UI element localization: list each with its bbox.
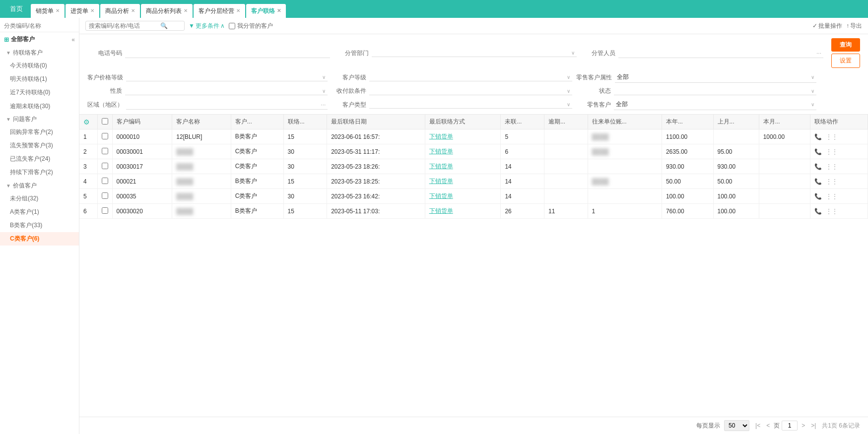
close-tab-icon[interactable]: ✕ [236, 4, 240, 18]
my-customers-filter[interactable]: 我分管的客户 [229, 22, 273, 30]
batch-op-btn[interactable]: ✓ 批量操作 [812, 22, 842, 30]
pg-last-btn[interactable]: >| [809, 421, 818, 430]
more-actions-icon[interactable]: ⋮⋮ [826, 193, 838, 200]
sidebar-group-问题客户[interactable]: ▼问题客户 [0, 113, 79, 125]
more-actions-icon[interactable]: ⋮⋮ [826, 178, 838, 185]
pg-prev-btn[interactable]: < [764, 421, 772, 430]
th-type[interactable]: 客户... [231, 115, 283, 129]
contact-icon[interactable]: 📞 [814, 148, 822, 155]
close-tab-icon[interactable]: ✕ [277, 4, 281, 18]
last-method-link[interactable]: 下销货单 [429, 207, 453, 214]
retail-cust-select[interactable]: 全部∨ [614, 99, 816, 110]
last-method-link[interactable]: 下销货单 [429, 148, 453, 155]
last-method-link[interactable]: 下销货单 [429, 133, 453, 140]
select-all-checkbox[interactable] [102, 118, 108, 124]
contact-icon[interactable]: 📞 [814, 178, 822, 185]
nav-tab-客户分层经营[interactable]: 客户分层经营✕ [194, 4, 245, 18]
pg-first-btn[interactable]: |< [753, 421, 762, 430]
sidebar-group-待联络客户[interactable]: ▼待联络客户 [0, 47, 79, 59]
region-ellipsis[interactable]: ··· [321, 101, 326, 108]
row-checkbox[interactable] [102, 133, 108, 139]
sidebar-group-价值客户[interactable]: ▼价值客户 [0, 180, 79, 192]
filter-search-input[interactable] [89, 22, 158, 29]
th-overdue[interactable]: 逾期... [544, 115, 588, 129]
th-last-date[interactable]: 最后联络日期 [327, 115, 425, 129]
th-name[interactable]: 客户名称 [172, 115, 231, 129]
sidebar-item-近7天待联络(0)[interactable]: 近7天待联络(0) [0, 86, 79, 99]
price-level-select[interactable]: ∨ [126, 73, 328, 81]
dept-select[interactable]: ∨ [372, 49, 577, 57]
more-actions-icon[interactable]: ⋮⋮ [826, 163, 838, 170]
sidebar-search-input[interactable] [4, 22, 78, 29]
sidebar-item-流失预警客户(3)[interactable]: 流失预警客户(3) [0, 139, 79, 152]
export-btn[interactable]: ↑ 导出 [846, 22, 862, 30]
contact-icon[interactable]: 📞 [814, 163, 822, 170]
pg-input[interactable] [782, 421, 798, 431]
payment-select[interactable]: ∨ [369, 87, 572, 95]
th-this-year[interactable]: 本年... [662, 115, 713, 129]
sidebar-item-label: 持续下滑客户(2) [10, 169, 53, 176]
cell-code: 00030017 [112, 159, 172, 174]
nav-tab-客户联络[interactable]: 客户联络✕ [246, 4, 286, 18]
sidebar-item-回购异常客户(2)[interactable]: 回购异常客户(2) [0, 125, 79, 139]
th-contact[interactable]: 联络... [283, 115, 327, 129]
th-not-contacted[interactable]: 未联... [501, 115, 544, 129]
pg-next-btn[interactable]: > [800, 421, 807, 430]
last-method-link[interactable]: 下销货单 [429, 178, 453, 185]
filter-search-icon[interactable]: 🔍 [160, 22, 168, 29]
sidebar-item-A类客户(1)[interactable]: A类客户(1) [0, 205, 79, 219]
th-last-method[interactable]: 最后联络方式 [425, 115, 501, 129]
query-btn[interactable]: 查询 [831, 38, 860, 52]
contact-icon[interactable]: 📞 [814, 193, 822, 200]
th-code[interactable]: 客户编码 [112, 115, 172, 129]
row-checkbox[interactable] [102, 178, 108, 184]
close-tab-icon[interactable]: ✕ [131, 4, 135, 18]
close-tab-icon[interactable]: ✕ [56, 4, 60, 18]
person-select[interactable]: ··· [618, 49, 823, 58]
th-last-month[interactable]: 上月... [713, 115, 759, 129]
contact-icon[interactable]: 📞 [814, 208, 822, 215]
phone-input[interactable] [125, 49, 330, 58]
retail-attr-select[interactable]: 全部∨ [615, 72, 816, 83]
contact-icon[interactable]: 📞 [814, 133, 822, 140]
th-unit-amount[interactable]: 往来单位账... [588, 115, 662, 129]
nav-tab-商品分析列表[interactable]: 商品分析列表✕ [141, 4, 193, 18]
sidebar-item-持续下滑客户(2)[interactable]: 持续下滑客户(2) [0, 166, 79, 179]
all-customers-header[interactable]: ⊞ 全部客户 « [0, 32, 79, 47]
sidebar-item-已流失客户(24)[interactable]: 已流失客户(24) [0, 152, 79, 166]
close-tab-icon[interactable]: ✕ [184, 4, 188, 18]
region-select[interactable]: ··· [126, 100, 328, 110]
sidebar-item-明天待联络(1)[interactable]: 明天待联络(1) [0, 72, 79, 86]
nav-tab-销货单[interactable]: 销货单✕ [31, 4, 65, 18]
collapse-btn[interactable]: « [71, 36, 75, 43]
row-checkbox[interactable] [102, 148, 108, 154]
sidebar-item-未分组(32)[interactable]: 未分组(32) [0, 192, 79, 205]
nav-tab-进货单[interactable]: 进货单✕ [66, 4, 99, 18]
nav-home[interactable]: 首页 [4, 0, 29, 18]
more-conditions-btn[interactable]: ▼ 更多条件 ∧ [189, 22, 225, 30]
sidebar-item-C类客户(6)[interactable]: C类客户(6) [0, 232, 79, 246]
more-actions-icon[interactable]: ⋮⋮ [826, 148, 838, 155]
th-this-month[interactable]: 本月... [759, 115, 810, 129]
sidebar-item-B类客户(33)[interactable]: B类客户(33) [0, 219, 79, 232]
row-checkbox[interactable] [102, 207, 108, 214]
nav-tab-商品分析[interactable]: 商品分析✕ [100, 4, 140, 18]
status-select[interactable]: ∨ [614, 87, 816, 95]
per-page-select[interactable]: 50 100 200 [724, 420, 749, 431]
more-actions-icon[interactable]: ⋮⋮ [826, 208, 838, 215]
sidebar-item-今天待联络(0)[interactable]: 今天待联络(0) [0, 59, 79, 72]
last-method-link[interactable]: 下销货单 [429, 163, 453, 170]
row-checkbox[interactable] [102, 163, 108, 169]
set-btn[interactable]: 设置 [831, 54, 860, 68]
sidebar-item-逾期未联络(30)[interactable]: 逾期未联络(30) [0, 100, 79, 113]
nature-select[interactable]: ∨ [125, 87, 328, 95]
close-tab-icon[interactable]: ✕ [90, 4, 94, 18]
cust-type-select[interactable]: ∨ [369, 101, 572, 109]
col-settings-icon[interactable]: ⚙ [83, 118, 90, 126]
cust-level-select[interactable]: ∨ [369, 73, 572, 81]
last-method-link[interactable]: 下销货单 [429, 192, 453, 199]
more-actions-icon[interactable]: ⋮⋮ [826, 133, 838, 140]
my-customers-checkbox[interactable] [229, 23, 235, 29]
row-checkbox[interactable] [102, 192, 108, 199]
person-ellipsis[interactable]: ··· [816, 50, 821, 57]
